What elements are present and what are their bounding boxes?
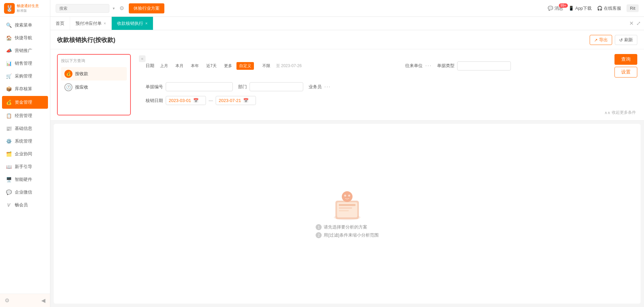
tab-receipt[interactable]: 收款核销执行 × [112,17,153,30]
sidebar-item-hardware[interactable]: 🖥️ 智能硬件 [0,173,50,186]
setting-button[interactable]: 设置 [614,67,637,78]
page-actions: ↗ 导出 ↺ 刷新 [590,35,637,49]
empty-tip-2: 2 用[过滤]条件来缩小分析范围 [316,232,378,238]
home-icon: 🏠 [5,35,12,41]
sidebar-item-label: 销售管理 [15,60,32,66]
date-btn-last-month[interactable]: 上月 [157,62,171,70]
export-button[interactable]: ↗ 导出 [590,35,612,45]
main-area: ▾ ⚙ 休验行业方案 💬 消息 99+ 📱 App下载 🎧 在线客服 Rit 首… [50,0,644,307]
counterparty-dots[interactable]: ··· [425,63,432,69]
operation-icon: 📋 [5,113,12,118]
sidebar-item-enterprise[interactable]: 🗂️ 企业协同 [0,148,50,160]
tip-num-2: 2 [316,232,322,238]
filter-row-2: 单据编号 部门 业务员 ··· [146,82,637,91]
sidebar-item-shortcut[interactable]: 🏠 快捷导航 [0,32,50,44]
sidebar-item-search[interactable]: 🔍 搜索菜单 [0,19,50,32]
sidebar-item-wechat[interactable]: 💬 企业微信 [0,186,50,199]
doctype-select[interactable] [457,61,511,70]
tab-receipt-close-icon[interactable]: × [145,21,148,26]
tab-prepay[interactable]: 预付冲应付单 × [70,17,112,30]
logo-icon: 🐰 [4,3,15,14]
settings-icon[interactable]: ⚙ [119,5,124,11]
export-icon: ↗ [594,38,598,43]
filter-counterparty-field: 往来单位 ··· [405,63,432,69]
empty-tip-1: 1 请先选择要分析的方案 [316,224,378,230]
docno-label: 单据编号 [146,84,163,90]
verify-date-start-input[interactable]: 2023-03-01 📅 [166,96,206,105]
date-btn-this-year[interactable]: 本年 [188,62,202,70]
sidebar-item-finance[interactable]: 💰 资金管理 [2,96,48,109]
verify-date-end-input[interactable]: 2023-07-21 📅 [216,96,256,105]
sidebar-item-label: 采购管理 [15,73,32,79]
filter-no-limit-field: 不限 至 2023-07-26 [259,62,302,70]
svg-rect-3 [339,204,356,206]
sidebar-item-label: 智能硬件 [15,176,32,183]
sidebar-item-guide[interactable]: 📖 新手引导 [0,160,50,173]
date-btn-7days[interactable]: 近7天 [203,62,220,70]
tip-text-2: 用[过滤]条件来缩小分析范围 [324,232,378,238]
tab-home-label: 首页 [56,20,64,27]
calendar-start-icon: 📅 [193,98,199,103]
sidebar-item-inventory[interactable]: 📦 库存核算 [0,83,50,95]
filter-type-selector: 按以下方查询 💰 按收款 🕐 按应收 [57,54,131,115]
messages-badge: 99+ [559,3,568,8]
refresh-label: 刷新 [624,37,633,43]
filter-option-by-receipt[interactable]: 💰 按收款 [61,67,127,81]
sidebar-logo: 🐰 畅捷通好生意 标准版 [0,0,50,17]
sidebar-item-label: 搜索菜单 [15,22,32,28]
filter-verify-date-field: 核销日期 2023-03-01 📅 — 2023-07-21 📅 [146,96,256,105]
date-btn-this-month[interactable]: 本月 [172,62,186,70]
search-icon: 🔍 [5,22,12,28]
filter-option-receipt-label: 按收款 [75,71,88,77]
date-btn-more[interactable]: 更多 [221,62,235,70]
inventory-icon: 📦 [5,86,12,92]
filter-collapse-button[interactable]: « [139,55,146,62]
filter-option-by-receivable[interactable]: 🕐 按应收 [61,81,127,94]
mobile-icon: 📱 [569,6,574,11]
sidebar-item-basic[interactable]: 📰 基础信息 [0,122,50,135]
query-button[interactable]: 查询 [614,54,637,65]
date-to-label: 至 2023-07-26 [276,63,302,69]
sidebar-item-purchase[interactable]: 🛒 采购管理 [0,70,50,83]
sidebar-item-member[interactable]: V 畅会员 [0,199,50,211]
sidebar-item-operation[interactable]: 📋 经营管理 [0,109,50,122]
user-avatar[interactable]: Rit [627,4,639,12]
svg-point-6 [342,191,353,202]
dept-label: 部门 [238,84,247,90]
filter-row-1: 日期 上月 本月 本年 近7天 更多 自定义 不限 [146,54,637,78]
sidebar-item-system[interactable]: ⚙️ 系统管理 [0,135,50,148]
sidebar-item-marketing[interactable]: 📣 营销推广 [0,44,50,57]
staff-dots[interactable]: ··· [324,84,331,90]
sidebar-item-sales[interactable]: 📊 销售管理 [0,57,50,70]
collapse-more-btn[interactable]: ∧∧ 收起更多条件 [146,110,637,115]
receivable-type-icon: 🕐 [64,83,72,91]
sidebar-item-label: 企业微信 [15,189,32,195]
app-download-button[interactable]: 📱 App下载 [569,5,592,11]
dropdown-chevron-icon[interactable]: ▾ [113,6,115,11]
settings-footer-icon[interactable]: ⚙ [5,297,9,304]
tab-prepay-close-icon[interactable]: × [104,21,106,26]
sidebar-item-label: 经营管理 [15,113,32,119]
tab-home[interactable]: 首页 [50,17,70,30]
topbar-right: 💬 消息 99+ 📱 App下载 🎧 在线客服 Rit [548,4,639,12]
purchase-icon: 🛒 [5,73,12,79]
date-btn-custom[interactable]: 自定义 [236,62,254,70]
sidebar: 🐰 畅捷通好生意 标准版 🔍 搜索菜单 🏠 快捷导航 📣 营销推广 📊 销售管理… [0,0,50,307]
svg-rect-5 [339,210,349,211]
close-tab-icon[interactable]: ✕ [629,20,634,27]
refresh-button[interactable]: ↺ 刷新 [615,35,637,45]
expand-tab-icon[interactable]: ⤢ [636,20,641,27]
messages-button[interactable]: 💬 消息 99+ [548,5,563,11]
collapse-sidebar-icon[interactable]: ◀ [41,297,45,304]
topbar-search-input[interactable] [56,4,109,13]
online-service-button[interactable]: 🎧 在线客服 [597,5,621,11]
docno-input[interactable] [166,82,233,91]
filter-form: 日期 上月 本月 本年 近7天 更多 自定义 不限 [146,54,637,115]
industry-plan-button[interactable]: 休验行业方案 [129,3,164,13]
sidebar-item-label: 企业协同 [15,151,32,157]
dept-select[interactable] [250,82,303,91]
sidebar-item-label: 畅会员 [15,202,28,208]
date-range-dash: — [209,98,213,103]
filter-docno-field: 单据编号 [146,82,233,91]
filter-date-field: 日期 上月 本月 本年 近7天 更多 自定义 [146,62,254,70]
